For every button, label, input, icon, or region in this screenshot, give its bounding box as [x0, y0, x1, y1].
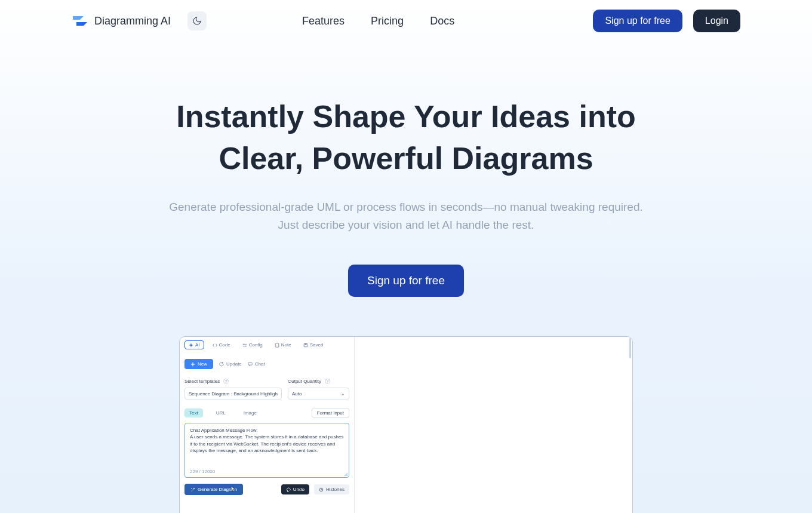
- cursor-icon: [230, 486, 236, 492]
- header: Diagramming AI Features Pricing Docs Sig…: [0, 0, 812, 42]
- clock-icon: [319, 487, 324, 492]
- chevron-down-icon: ⌄: [341, 391, 345, 397]
- svg-rect-5: [248, 363, 252, 365]
- update-label: Update: [226, 361, 242, 367]
- select-templates-value: Sequence Diagram : Background Highligh: [189, 391, 278, 397]
- saved-icon: [303, 343, 308, 348]
- output-qty-group: Output Quantity ? Auto ⌄: [288, 379, 349, 400]
- prompt-textarea[interactable]: Chat Application Message Flow. A user se…: [184, 423, 349, 478]
- hero-title: Instantly Shape Your Ideas into Clear, P…: [137, 96, 675, 179]
- plus-icon: [190, 362, 195, 367]
- theme-toggle-button[interactable]: [187, 11, 207, 30]
- select-templates-label-text: Select templates: [184, 379, 220, 384]
- svg-rect-2: [275, 343, 279, 347]
- new-label: New: [198, 361, 207, 367]
- undo-label: Undo: [293, 487, 304, 492]
- demo-top-tabs: AI Code Config Note Saved: [184, 340, 349, 349]
- nav-pricing[interactable]: Pricing: [371, 15, 404, 27]
- chat-label: Chat: [255, 361, 265, 367]
- chat-link[interactable]: Chat: [248, 361, 265, 367]
- logo-mark-icon: [72, 14, 88, 27]
- select-templates-label: Select templates ?: [184, 379, 282, 384]
- demo-sub-tabs: New Update Chat: [184, 359, 349, 369]
- tab-code-label: Code: [219, 342, 230, 348]
- demo-action-row: Generate Diagram Undo Histories: [184, 484, 349, 495]
- char-count: 229 / 12000: [190, 468, 344, 475]
- demo-panel: AI Code Config Note Saved: [179, 336, 633, 513]
- output-qty-label: Output Quantity ?: [288, 379, 349, 384]
- generate-diagram-button[interactable]: Generate Diagram: [184, 484, 243, 495]
- nav-features[interactable]: Features: [302, 15, 345, 27]
- histories-button[interactable]: Histories: [314, 484, 349, 494]
- tab-config[interactable]: Config: [239, 340, 266, 349]
- svg-point-0: [243, 343, 244, 345]
- sparkle-icon: [189, 343, 193, 348]
- tab-ai[interactable]: AI: [184, 340, 204, 349]
- help-icon[interactable]: ?: [325, 379, 330, 384]
- signup-button-header[interactable]: Sign up for free: [593, 10, 682, 32]
- undo-icon: [286, 487, 291, 492]
- main-nav: Features Pricing Docs: [302, 15, 454, 27]
- demo-left-pane: AI Code Config Note Saved: [180, 337, 355, 513]
- wand-icon: [190, 487, 195, 492]
- refresh-icon: [219, 362, 224, 367]
- tab-note[interactable]: Note: [271, 340, 295, 349]
- input-tab-image[interactable]: Image: [239, 408, 262, 417]
- output-qty-label-text: Output Quantity: [288, 379, 321, 384]
- moon-icon: [192, 16, 202, 26]
- login-button[interactable]: Login: [693, 10, 740, 32]
- new-button[interactable]: New: [184, 359, 213, 369]
- signup-button-hero[interactable]: Sign up for free: [348, 265, 464, 297]
- tab-note-label: Note: [281, 342, 291, 348]
- code-icon: [213, 343, 217, 348]
- resize-handle-icon[interactable]: [344, 472, 347, 476]
- config-icon: [242, 343, 247, 348]
- svg-point-1: [245, 346, 246, 347]
- chat-icon: [248, 362, 253, 367]
- undo-button[interactable]: Undo: [281, 484, 309, 494]
- svg-point-6: [191, 489, 192, 489]
- logo[interactable]: Diagramming AI: [72, 14, 171, 27]
- prompt-body-text: A user sends a message. The system store…: [190, 434, 344, 454]
- output-qty-value: Auto: [292, 391, 302, 397]
- prompt-text-content: Chat Application Message Flow. A user se…: [190, 427, 344, 465]
- note-icon: [275, 343, 279, 348]
- demo-selects-row: Select templates ? Sequence Diagram : Ba…: [184, 379, 349, 400]
- update-link[interactable]: Update: [219, 361, 242, 367]
- hero-subtitle: Generate professional-grade UML or proce…: [161, 198, 651, 234]
- format-input-button[interactable]: Format Input: [312, 408, 349, 418]
- select-templates-dropdown[interactable]: Sequence Diagram : Background Highligh: [184, 388, 282, 400]
- output-qty-dropdown[interactable]: Auto ⌄: [288, 388, 349, 400]
- tab-saved[interactable]: Saved: [300, 340, 327, 349]
- svg-rect-4: [304, 343, 306, 345]
- tab-code[interactable]: Code: [209, 340, 234, 349]
- demo-container: AI Code Config Note Saved: [0, 336, 812, 513]
- help-icon[interactable]: ?: [223, 379, 229, 384]
- input-tab-url[interactable]: URL: [211, 408, 230, 417]
- tab-saved-label: Saved: [310, 342, 324, 348]
- tab-config-label: Config: [249, 342, 263, 348]
- prompt-title-line: Chat Application Message Flow.: [190, 427, 344, 434]
- input-tab-text[interactable]: Text: [184, 408, 203, 417]
- logo-text: Diagramming AI: [94, 15, 171, 27]
- hero: Instantly Shape Your Ideas into Clear, P…: [0, 42, 812, 315]
- select-templates-group: Select templates ? Sequence Diagram : Ba…: [184, 379, 282, 400]
- histories-label: Histories: [326, 487, 345, 492]
- nav-docs[interactable]: Docs: [430, 15, 454, 27]
- input-type-tabs: Text URL Image Format Input: [184, 408, 349, 418]
- header-actions: Sign up for free Login: [593, 10, 740, 32]
- demo-right-pane: mermaid: [355, 337, 632, 513]
- scrollbar[interactable]: [629, 338, 632, 513]
- tab-ai-label: AI: [195, 342, 200, 348]
